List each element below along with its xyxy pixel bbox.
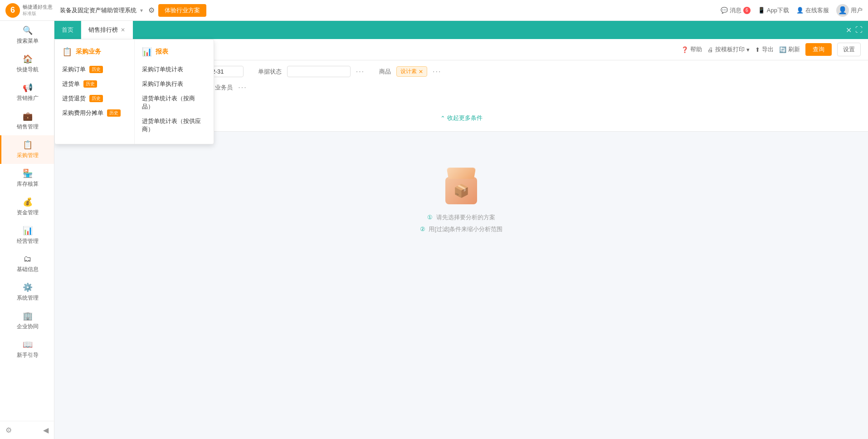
tab-close-icon[interactable]: ✕ xyxy=(121,27,125,33)
export-icon: ⬆ xyxy=(755,46,760,53)
refresh-icon: 🔄 xyxy=(779,46,786,53)
dropdown-item-report-0[interactable]: 采购订单统计表 xyxy=(142,62,207,77)
doc-status-select[interactable] xyxy=(287,66,351,77)
doc-status-select-wrap xyxy=(287,66,351,77)
sidebar-item-enterprise[interactable]: 🏢 企业协同 xyxy=(0,306,54,335)
sidebar-item-finance[interactable]: 💰 资金管理 xyxy=(0,192,54,221)
sidebar-item-system[interactable]: ⚙️ 系统管理 xyxy=(0,278,54,306)
tab-spacer xyxy=(133,21,840,39)
industry-btn[interactable]: 体验行业方案 xyxy=(158,4,206,17)
print-icon: 🖨 xyxy=(707,46,713,53)
dropdown-item-label-0: 采购订单 xyxy=(62,65,86,74)
empty-illustration: 📦 xyxy=(439,168,484,204)
sidebar-label-finance: 资金管理 xyxy=(17,209,39,217)
sidebar-item-purchase[interactable]: 📋 采购管理 xyxy=(0,135,54,164)
sidebar-label-search: 搜索菜单 xyxy=(17,37,39,45)
dropdown-item-label-2: 进货退货 xyxy=(62,94,86,103)
tab-bar: 首页 销售排行榜 ✕ ✕ ⛶ xyxy=(54,21,868,39)
empty-bullet2: ② xyxy=(420,226,425,232)
sidebar-item-guide[interactable]: 📖 新手引导 xyxy=(0,335,54,364)
sidebar-label-enterprise: 企业协同 xyxy=(17,323,39,330)
empty-state: 📦 ① 请先选择要分析的方案 ② 用[过滤]条件来缩小分析范围 xyxy=(54,132,868,271)
logo-text-block: 畅捷通好生意 标准版 xyxy=(23,4,53,16)
salesman-dots[interactable]: ··· xyxy=(238,84,247,92)
print-label: 按模板打印 xyxy=(715,45,745,54)
msg-icon: 💬 xyxy=(721,7,728,14)
msg-label: 消息 xyxy=(730,6,741,15)
dropdown-item-cost[interactable]: 采购费用分摊单 历史 xyxy=(62,106,127,120)
header-right: 💬 消息 6 📱 App下载 👤 在线客服 👤 用户 xyxy=(721,4,863,17)
purchase-col-title: 采购业务 xyxy=(76,48,101,56)
operations-icon: 📊 xyxy=(23,226,33,236)
dropdown-item-return[interactable]: 进货退货 历史 xyxy=(62,91,127,106)
sidebar-item-sales[interactable]: 💼 销售管理 xyxy=(0,107,54,135)
logo-text: 畅捷通好生意 xyxy=(23,4,53,10)
sidebar-item-basic[interactable]: 🗂 基础信息 xyxy=(0,250,54,278)
sidebar: 🔍 搜索菜单 🏠 快捷导航 📢 营销推广 💼 销售管理 📋 采购管理 🏪 库存核… xyxy=(0,21,54,439)
tab-sales-rank[interactable]: 销售排行榜 ✕ xyxy=(81,21,133,39)
logo-icon: 6 xyxy=(5,3,20,18)
home-icon: 🏠 xyxy=(23,54,33,64)
sidebar-label-operations: 经营管理 xyxy=(17,237,39,245)
sidebar-item-inventory[interactable]: 🏪 库存核算 xyxy=(0,164,54,192)
export-btn[interactable]: ⬆ 导出 xyxy=(755,45,774,54)
help-btn[interactable]: ❓ 帮助 xyxy=(681,45,702,54)
collapse-icon[interactable]: ◀ xyxy=(43,426,49,434)
marketing-icon: 📢 xyxy=(23,83,33,93)
dropdown-report-col: 📊 报表 采购订单统计表 采购订单执行表 进货单统计表（按商品） 进货单统计表（… xyxy=(135,39,214,144)
app-label: App下载 xyxy=(767,6,789,15)
system-title-area: 装备及固定资产辅助管理系统 ▾ ⚙ 体验行业方案 xyxy=(60,4,721,17)
enterprise-icon: 🏢 xyxy=(23,311,33,321)
doc-status-label: 单据状态 xyxy=(258,68,282,76)
user-btn[interactable]: 👤 用户 xyxy=(836,4,863,17)
dropdown-report-label-0: 采购订单统计表 xyxy=(142,65,183,74)
salesman-label: 业务员 xyxy=(215,84,233,92)
dropdown-item-report-1[interactable]: 采购订单执行表 xyxy=(142,77,207,91)
goods-tag-close-icon[interactable]: ✕ xyxy=(419,69,423,75)
report-col-title: 报表 xyxy=(156,48,168,56)
hist-badge-1: 历史 xyxy=(83,80,97,88)
service-btn[interactable]: 👤 在线客服 xyxy=(796,6,829,15)
tab-maximize-icon[interactable]: ⛶ xyxy=(855,26,863,34)
purchase-icon: 📋 xyxy=(23,140,33,150)
goods-dots[interactable]: ··· xyxy=(433,68,441,76)
dropdown-item-incoming[interactable]: 进货单 历史 xyxy=(62,77,127,91)
sidebar-item-nav[interactable]: 🏠 快捷导航 xyxy=(0,49,54,78)
sidebar-item-operations[interactable]: 📊 经营管理 xyxy=(0,221,54,250)
dropdown-item-report-3[interactable]: 进货单统计表（按供应商） xyxy=(142,114,207,137)
sidebar-label-marketing: 营销推广 xyxy=(17,94,39,102)
collapse-up-icon: ⌃ xyxy=(440,115,445,122)
dropdown-report-header: 📊 报表 xyxy=(142,47,207,57)
settings-icon[interactable]: ⚙ xyxy=(5,426,12,434)
guide-icon: 📖 xyxy=(23,340,33,350)
dropdown-report-label-2: 进货单统计表（按商品） xyxy=(142,94,207,111)
app-download-btn[interactable]: 📱 App下载 xyxy=(758,6,789,15)
system-gear-icon[interactable]: ⚙ xyxy=(148,6,155,15)
print-dropdown-icon[interactable]: ▾ xyxy=(746,46,750,53)
tab-home-label: 首页 xyxy=(62,26,73,34)
settings-btn[interactable]: 设置 xyxy=(837,43,861,56)
print-btn[interactable]: 🖨 按模板打印 ▾ xyxy=(707,45,750,54)
goods-tag-text: 设计素 xyxy=(400,68,417,75)
sidebar-label-system: 系统管理 xyxy=(17,294,39,302)
goods-tag: 设计素 ✕ xyxy=(396,66,427,77)
empty-line2: ② 用[过滤]条件来缩小分析范围 xyxy=(420,223,503,235)
query-btn[interactable]: 查询 xyxy=(805,43,832,56)
dropdown-report-label-1: 采购订单执行表 xyxy=(142,80,183,88)
sidebar-item-marketing[interactable]: 📢 营销推广 xyxy=(0,78,54,107)
dropdown-item-purchase-order[interactable]: 采购订单 历史 xyxy=(62,62,127,77)
tab-close-window-icon[interactable]: ✕ xyxy=(846,26,852,35)
msg-btn[interactable]: 💬 消息 6 xyxy=(721,6,751,15)
sidebar-bottom: ⚙ ◀ xyxy=(0,421,54,439)
basic-icon: 🗂 xyxy=(24,254,32,264)
hist-badge-3: 历史 xyxy=(107,109,121,117)
system-dropdown-arrow[interactable]: ▾ xyxy=(140,7,143,14)
refresh-btn[interactable]: 🔄 刷新 xyxy=(779,45,800,54)
dropdown-item-label-1: 进货单 xyxy=(62,80,80,88)
empty-bullet1: ① xyxy=(427,214,433,221)
dropdown-item-report-2[interactable]: 进货单统计表（按商品） xyxy=(142,91,207,114)
dropdown-purchase-header: 📋 采购业务 xyxy=(62,47,127,57)
sidebar-item-search[interactable]: 🔍 搜索菜单 xyxy=(0,21,54,49)
tab-home[interactable]: 首页 xyxy=(54,21,81,39)
doc-status-dots[interactable]: ··· xyxy=(356,68,365,76)
